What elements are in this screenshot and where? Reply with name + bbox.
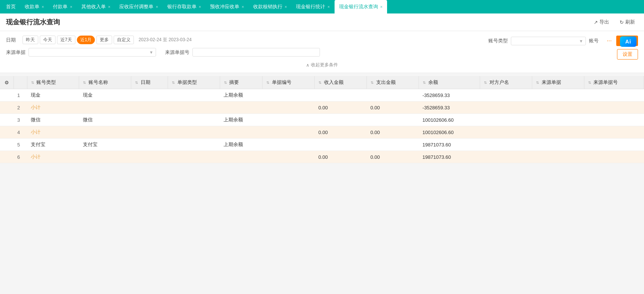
col-expense[interactable]: ⇅ 支出金额 [367,76,419,89]
date-label: 日期 [6,37,20,43]
account-label: 账号 [589,37,602,44]
cell-source_doc [532,151,584,163]
nav-item-其他收入单[interactable]: 其他收入单× [77,0,115,13]
source-doc-label: 来源单据 [6,49,26,56]
date-btn-今天[interactable]: 今天 [40,36,56,44]
header-actions: ↗ 导出 ↻ 刷新 [591,17,638,27]
cell-doc_type [168,89,220,101]
account-dots-button[interactable]: ··· [605,37,613,44]
col-account_type[interactable]: ⇅ 账号类型 [27,76,79,89]
cell-source_doc [532,114,584,126]
cell-account_name [79,151,131,163]
collapse-bar[interactable]: ∧ 收起更多条件 [6,60,638,70]
top-nav: 首页收款单×付款单×其他收入单×应收应付调整单×银行存取款单×预收冲应收单×收款… [0,0,644,13]
close-icon[interactable]: × [199,4,201,9]
nav-item-收款单[interactable]: 收款单× [20,0,48,13]
nav-item-付款单[interactable]: 付款单× [48,0,77,13]
col-income[interactable]: ⇅ 收入金额 [315,76,367,89]
cell-date [131,151,168,163]
cell-source_doc [532,101,584,114]
filter-area: 日期 昨天今天近7天近1月更多自定义 2023-02-24 至 2023-03-… [0,31,644,73]
nav-item-银行存取款单[interactable]: 银行存取款单× [163,0,206,13]
col-doc_type[interactable]: ⇅ 单据类型 [168,76,220,89]
cell-account_name: 微信 [79,114,131,126]
close-icon[interactable]: × [156,4,158,9]
row-gear [0,139,14,151]
source-doc-select[interactable]: ▾ [29,48,156,57]
cell-date [131,89,168,101]
cell-account_type: 现金 [27,89,79,101]
cell-income [315,114,367,126]
cell-balance: -3528659.33 [419,89,480,101]
source-doc-no-input[interactable] [192,48,320,57]
nav-item-首页[interactable]: 首页 [2,0,20,13]
date-btn-自定义[interactable]: 自定义 [114,36,134,44]
table-row: 6小计0.000.0019871073.60 [0,151,644,163]
close-icon[interactable]: × [327,4,330,9]
cell-expense: 0.00 [367,101,419,114]
col-source_doc[interactable]: ⇅ 来源单据 [532,76,584,89]
cell-income: 0.00 [315,126,367,139]
cell-source_doc [532,139,584,151]
row-gear [0,114,14,126]
date-btn-更多[interactable]: 更多 [96,36,112,44]
export-icon: ↗ [594,19,598,25]
date-btn-近7天[interactable]: 近7天 [57,36,75,44]
cell-balance: 19871073.60 [419,139,480,151]
settings-button[interactable]: 设置 [617,49,638,60]
cell-doc_type [168,151,220,163]
cell-source_doc [532,89,584,101]
col-doc_no[interactable]: ⇅ 单据编号 [263,76,315,89]
cell-account_type: 微信 [27,114,79,126]
date-buttons: 昨天今天近7天近1月更多自定义 [23,36,134,44]
cell-source_doc_no [584,114,644,126]
cell-summary [220,101,263,114]
cell-counterpart [480,151,532,163]
account-type-select[interactable]: ▾ [511,37,586,45]
col-gear[interactable]: ⚙ [0,76,14,89]
nav-item-预收冲应收单[interactable]: 预收冲应收单× [206,0,248,13]
close-icon[interactable]: × [285,4,287,9]
nav-item-收款核销执行[interactable]: 收款核销执行× [249,0,291,13]
cell-account_name: 现金 [79,89,131,101]
cell-expense [367,139,419,151]
cell-source_doc_no [584,89,644,101]
date-btn-近1月[interactable]: 近1月 [77,36,95,44]
cell-counterpart [480,89,532,101]
close-icon[interactable]: × [70,4,72,9]
date-btn-昨天[interactable]: 昨天 [23,36,38,44]
cell-income [315,89,367,101]
col-source_doc_no[interactable]: ⇅ 来源单据号 [584,76,644,89]
cell-income [315,139,367,151]
nav-item-现金银行统计[interactable]: 现金银行统计× [291,0,334,13]
source-doc-no-label: 来源单据号 [165,49,189,56]
cell-account_type: 小计 [27,126,79,139]
cell-expense: 0.00 [367,151,419,163]
close-icon[interactable]: × [380,4,383,9]
row-seq: 5 [14,139,27,151]
collapse-label: 收起更多条件 [311,62,338,68]
export-button[interactable]: ↗ 导出 [591,17,612,27]
row-seq: 6 [14,151,27,163]
close-icon[interactable]: × [108,4,110,9]
col-summary[interactable]: ⇅ 摘要 [220,76,263,89]
row-seq: 3 [14,114,27,126]
col-account_name[interactable]: ⇅ 账号名称 [79,76,131,89]
cell-doc_no [263,89,315,101]
col-date[interactable]: ⇅ 日期 [131,76,168,89]
nav-item-应收应付调整单[interactable]: 应收应付调整单× [115,0,162,13]
page-title: 现金银行流水查询 [6,18,60,27]
col-balance[interactable]: ⇅ 余额 [419,76,480,89]
cell-doc_no [263,151,315,163]
cell-summary: 上期余额 [220,114,263,126]
close-icon[interactable]: × [42,4,44,9]
close-icon[interactable]: × [242,4,244,9]
col-counterpart[interactable]: ⇅ 对方户名 [480,76,532,89]
refresh-button[interactable]: ↻ 刷新 [617,17,638,27]
cell-summary: 上期余额 [220,89,263,101]
cell-source_doc_no [584,126,644,139]
cell-account_name: 支付宝 [79,139,131,151]
ai-button[interactable]: Ai [620,36,636,47]
table-row: 2小计0.000.00-3528659.33 [0,101,644,114]
nav-item-现金银行流水查询[interactable]: 现金银行流水查询× [335,0,387,13]
